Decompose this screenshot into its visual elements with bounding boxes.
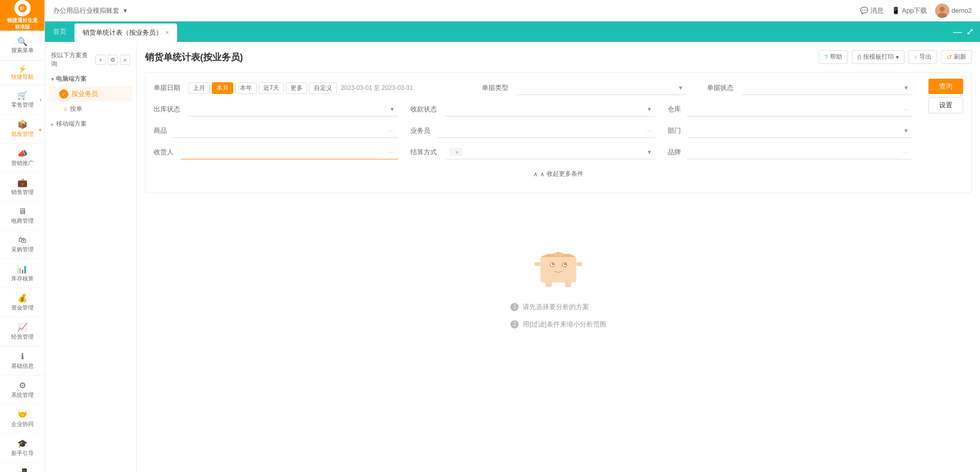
filter-settlement: 结算方式 × ▾ [410, 145, 655, 159]
svg-rect-5 [541, 257, 576, 282]
svg-point-3 [940, 7, 945, 12]
date-btn-this-month[interactable]: 本月 [212, 82, 233, 94]
sidebar-item-ecommerce[interactable]: 🖥 电商管理 [0, 202, 44, 230]
sidebar-item-system[interactable]: ⚙ 系统管理 [0, 375, 44, 405]
tab-minimize-icon[interactable]: — [953, 27, 962, 37]
tabbar: 首页 销货单统计表（按业务员） × — ⤢ [45, 21, 980, 42]
date-btn-more[interactable]: 更多 [286, 82, 307, 94]
search-menu-button[interactable]: 🔍 搜索菜单 [9, 35, 36, 56]
app-download-label: App下载 [902, 6, 927, 15]
wholesale-icon: 📦 [17, 120, 28, 129]
settlement-select[interactable]: × ▾ [445, 145, 655, 159]
doc-status-select[interactable]: ▾ [742, 81, 912, 95]
print-button[interactable]: ⎙ 按模板打印 ▾ [852, 50, 904, 64]
sidebar-item-inventory[interactable]: 📊 库存核算 [0, 259, 44, 288]
salesperson-input[interactable]: ··· [437, 124, 655, 138]
quick-nav-label: 快捷导航 [11, 73, 34, 81]
add-scheme-button[interactable]: + [95, 55, 106, 65]
breadcrumb-arrow: ▾ [124, 7, 127, 14]
tab-home[interactable]: 首页 [45, 21, 75, 42]
print-label: 按模板打印 [863, 53, 894, 61]
message-icon: 💬 [860, 7, 868, 14]
doc-type-select[interactable]: ▾ [517, 81, 687, 95]
sidebar-item-operations[interactable]: 📈 经营管理 [0, 317, 44, 346]
help-button[interactable]: ? 帮助 [819, 50, 848, 64]
help-label: 帮助 [830, 53, 842, 61]
brand-more-icon: ··· [902, 148, 908, 156]
sidebar-item-sales[interactable]: 💼 销售管理 [0, 173, 44, 202]
left-panel-header: 按以下方案查询 + ⚙ « [45, 48, 136, 72]
department-select[interactable]: ▾ [687, 124, 912, 138]
receiver-input[interactable]: ··· [181, 145, 398, 159]
message-button[interactable]: 💬 消息 [860, 6, 884, 15]
sidebar-item-basic[interactable]: ℹ 基础信息 [0, 346, 44, 375]
date-btn-last-month[interactable]: 上月 [188, 82, 210, 94]
breadcrumb: 办公用品行业模拟账套 ▾ [53, 6, 127, 15]
user-profile-button[interactable]: demo2 [935, 4, 972, 18]
group-expand-icon: ▾ [51, 76, 54, 83]
settings-button[interactable]: 设置 [928, 97, 963, 113]
filter-row-1: 单据日期 上月 本月 本年 近7天 更多 自定义 2023-03-01 至 20… [154, 81, 963, 95]
print-icon: ⎙ [857, 54, 861, 61]
product-input[interactable]: ··· [173, 124, 398, 138]
tip-num-2: 2 [510, 320, 519, 328]
tab-maximize-icon[interactable]: ⤢ [966, 26, 974, 37]
sidebar-item-purchase[interactable]: 🛍 采购管理 [0, 230, 44, 259]
settlement-tag: × [449, 148, 462, 156]
quick-nav-icon: ⚡ [18, 65, 27, 73]
scheme-item-by-order[interactable]: ≡ 按单 [49, 102, 132, 116]
collapse-panel-button[interactable]: « [120, 55, 130, 65]
sidebar-item-appstore[interactable]: 📲 应用中心 [0, 463, 44, 472]
date-btn-this-year[interactable]: 本年 [235, 82, 257, 94]
brand-label: 品牌 [668, 148, 683, 157]
sidebar-item-coop[interactable]: 🤝 企业协同 [0, 405, 44, 434]
export-button[interactable]: ↑ 导出 [909, 50, 937, 64]
tab-sales-stat[interactable]: 销货单统计表（按业务员） × [75, 23, 177, 42]
warehouse-more-icon: ··· [902, 105, 908, 113]
sidebar-item-retail[interactable]: 🛒 零售管理 › [0, 85, 44, 114]
collapse-row: ∧ ∧ 收起更多条件 [154, 163, 963, 184]
tab-close-icon[interactable]: × [165, 29, 169, 36]
sidebar-item-finance-label: 资金管理 [11, 304, 34, 312]
scheme-salesperson-label: 按业务员 [71, 89, 98, 99]
svg-rect-14 [546, 280, 552, 287]
filter-date: 单据日期 上月 本月 本年 近7天 更多 自定义 2023-03-01 至 20… [154, 82, 461, 94]
svg-rect-15 [565, 280, 571, 287]
settlement-clear-icon[interactable]: × [455, 149, 458, 155]
app-download-button[interactable]: 📱 App下载 [892, 6, 927, 15]
svg-point-10 [552, 264, 554, 265]
export-icon: ↑ [914, 54, 917, 61]
quick-nav-button[interactable]: ⚡ 快捷导航 [0, 61, 44, 85]
help-icon: ? [824, 54, 828, 61]
operations-icon: 📈 [17, 322, 28, 332]
brand-input[interactable]: ··· [687, 145, 912, 159]
logo-icon: 好 [14, 0, 31, 16]
page-header: 销货单统计表(按业务员) ? 帮助 ⎙ 按模板打印 ▾ ↑ 导出 [145, 50, 972, 64]
filter-salesperson: 业务员 ··· [410, 124, 655, 138]
warehouse-input[interactable]: ··· [687, 102, 912, 116]
empty-tips: 1 请先选择要分析的方案 2 用[过滤]条件来缩小分析范围 [510, 300, 606, 331]
scheme-item-by-salesperson[interactable]: ✓ 按业务员 [49, 86, 132, 102]
empty-tip-1-text: 请先选择要分析的方案 [523, 300, 589, 314]
sidebar-item-marketing[interactable]: 📣 营销推广 [0, 144, 44, 173]
filter-brand: 品牌 ··· [668, 145, 912, 159]
sidebar-item-ecommerce-label: 电商管理 [11, 217, 34, 225]
date-btn-custom[interactable]: 自定义 [309, 82, 337, 94]
settings-scheme-button[interactable]: ⚙ [108, 55, 118, 65]
breadcrumb-text: 办公用品行业模拟账套 [53, 6, 119, 15]
sidebar-item-newbie[interactable]: 🎓 新手引导 [0, 434, 44, 463]
sidebar-item-wholesale[interactable]: 📦 批发管理 ▴ [0, 114, 44, 144]
mobile-scheme-toggle[interactable]: ▸ 移动端方案 [49, 116, 132, 131]
refresh-button[interactable]: ↺ 刷新 [941, 50, 972, 64]
app-download-icon: 📱 [892, 7, 900, 14]
sidebar-item-finance[interactable]: 💰 资金管理 [0, 288, 44, 317]
date-btn-7days[interactable]: 近7天 [259, 82, 284, 94]
desktop-scheme-toggle[interactable]: ▾ 电脑端方案 [49, 72, 132, 86]
collapse-button[interactable]: ∧ ∧ 收起更多条件 [527, 168, 589, 180]
payment-status-select[interactable]: ▾ [445, 102, 655, 116]
query-button[interactable]: 查询 [928, 79, 963, 94]
user-name-label: demo2 [951, 7, 972, 14]
collapse-icon: ∧ ∧ [533, 171, 544, 178]
ship-status-select[interactable]: ▾ [188, 102, 398, 116]
settings-icon: ⚙ [110, 57, 115, 63]
